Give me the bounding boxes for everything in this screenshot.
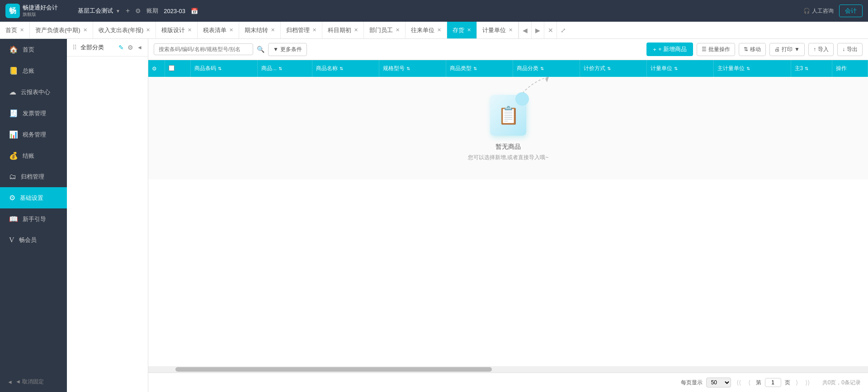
tab-home-close[interactable]: ✕ bbox=[20, 27, 24, 33]
tab-home-label: 首页 bbox=[5, 26, 17, 34]
settings-icon[interactable]: ⚙ bbox=[135, 7, 141, 14]
search-icon[interactable]: 🔍 bbox=[257, 46, 264, 53]
sort-category[interactable]: ⇅ bbox=[540, 66, 544, 71]
import-icon: ↑ bbox=[813, 46, 816, 52]
tab-tax[interactable]: 税表清单 ✕ bbox=[198, 22, 239, 39]
select-all-checkbox[interactable] bbox=[169, 65, 175, 71]
sidebar-item-settings[interactable]: ⚙ 基础设置 bbox=[0, 187, 67, 208]
add-product-button[interactable]: + + 新增商品 bbox=[646, 43, 693, 56]
project-selector[interactable]: 基层工会测试 ▼ bbox=[78, 7, 120, 15]
sidebar-item-reports[interactable]: ☁ 云报表中心 bbox=[0, 81, 67, 103]
search-input[interactable] bbox=[154, 43, 253, 55]
export-button[interactable]: ↓ 导出 bbox=[837, 43, 863, 56]
sort-price-mode[interactable]: ⇅ bbox=[607, 66, 611, 71]
tab-balance-sheet[interactable]: 资产负债表(中期) ✕ bbox=[30, 22, 93, 39]
table-container: ⚙ 商品条码⇅ 商品...⇅ 商品名称⇅ bbox=[148, 60, 868, 366]
sort-code[interactable]: ⇅ bbox=[278, 66, 282, 71]
move-button[interactable]: ⇅ 移动 bbox=[739, 43, 766, 56]
logo-area: 畅 畅捷通好会计 旗舰版 bbox=[5, 4, 72, 18]
sort-barcode[interactable]: ⇅ bbox=[218, 66, 222, 71]
tab-archive-close[interactable]: ✕ bbox=[312, 27, 316, 33]
tab-template[interactable]: 模版设计 ✕ bbox=[156, 22, 198, 39]
sidebar-label-home: 首页 bbox=[23, 46, 34, 54]
print-icon: 🖨 bbox=[774, 46, 780, 52]
left-panel-collapse-btn[interactable]: ◄ bbox=[137, 44, 142, 51]
horizontal-scrollbar[interactable] bbox=[148, 366, 868, 373]
add-label: + 新增商品 bbox=[658, 45, 687, 53]
tab-template-close[interactable]: ✕ bbox=[188, 27, 192, 33]
tab-inventory[interactable]: 存货 ✕ bbox=[447, 22, 477, 39]
tab-subject-init-close[interactable]: ✕ bbox=[354, 27, 358, 33]
sort-unit[interactable]: ⇅ bbox=[674, 66, 678, 71]
empty-title: 暂无商品 bbox=[495, 143, 521, 151]
next-page-btn[interactable]: ⟩ bbox=[794, 378, 800, 387]
tab-tax-label: 税表清单 bbox=[203, 26, 226, 34]
tab-unit-close[interactable]: ✕ bbox=[509, 27, 513, 33]
tab-expand[interactable]: ⤢ bbox=[557, 22, 569, 39]
tab-period-close-x[interactable]: ✕ bbox=[271, 27, 275, 33]
reports-icon: ☁ bbox=[9, 88, 16, 96]
total-label: 共0页，0条记录 bbox=[822, 379, 861, 387]
drag-icon: ⠿ bbox=[72, 44, 77, 51]
sidebar-item-guide[interactable]: 📖 新手引导 bbox=[0, 208, 67, 230]
calendar-icon[interactable]: 📅 bbox=[191, 8, 198, 14]
th-barcode: 商品条码⇅ bbox=[191, 60, 258, 77]
collapse-sidebar-label: ◄ 取消固定 bbox=[15, 378, 44, 386]
sidebar-item-close[interactable]: 💰 结账 bbox=[0, 145, 67, 166]
print-button[interactable]: 🖨 打印 ▼ bbox=[769, 43, 805, 56]
sort-main-unit[interactable]: ⇅ bbox=[746, 66, 750, 71]
tab-balance-sheet-close[interactable]: ✕ bbox=[83, 27, 87, 33]
tab-close-all[interactable]: ✕ bbox=[544, 22, 557, 39]
sidebar-item-invoice[interactable]: 🧾 发票管理 bbox=[0, 103, 67, 124]
sidebar-item-home[interactable]: 🏠 首页 bbox=[0, 39, 67, 60]
print-arrow-icon: ▼ bbox=[794, 46, 800, 52]
sidebar-item-vip[interactable]: V 畅会员 bbox=[0, 230, 67, 250]
scrollbar-thumb[interactable] bbox=[175, 367, 492, 372]
tab-balance-sheet-label: 资产负债表(中期) bbox=[35, 26, 80, 34]
move-icon: ⇅ bbox=[744, 46, 748, 52]
th-settings[interactable]: ⚙ bbox=[148, 60, 165, 77]
sidebar-item-archive[interactable]: 🗂 归档管理 bbox=[0, 166, 67, 187]
tab-nav-prev[interactable]: ◀ bbox=[519, 22, 531, 39]
tab-inventory-close[interactable]: ✕ bbox=[467, 27, 471, 33]
page-size-select[interactable]: 50 100 200 bbox=[706, 378, 731, 387]
sidebar-label-invoice: 发票管理 bbox=[23, 109, 46, 118]
tab-tax-close[interactable]: ✕ bbox=[229, 27, 233, 33]
help-button[interactable]: 🎧 人工咨询 bbox=[803, 7, 834, 15]
page-input[interactable] bbox=[765, 378, 781, 387]
tab-income-close[interactable]: ✕ bbox=[146, 27, 150, 33]
tab-subject-init[interactable]: 科目期初 ✕ bbox=[322, 22, 364, 39]
batch-operation-button[interactable]: ☰ 批量操作 bbox=[697, 43, 735, 56]
sidebar-item-ledger[interactable]: 📒 总账 bbox=[0, 60, 67, 81]
first-page-btn[interactable]: ⟨⟨ bbox=[735, 378, 743, 387]
prev-page-btn[interactable]: ⟨ bbox=[746, 378, 752, 387]
tab-contacts-close[interactable]: ✕ bbox=[437, 27, 441, 33]
last-page-btn[interactable]: ⟩⟩ bbox=[803, 378, 811, 387]
tab-archive[interactable]: 归档管理 ✕ bbox=[281, 22, 322, 39]
add-tab-icon[interactable]: + bbox=[126, 7, 130, 15]
sort-col3[interactable]: ⇅ bbox=[805, 66, 808, 71]
sort-type[interactable]: ⇅ bbox=[473, 66, 477, 71]
tab-contacts[interactable]: 往来单位 ✕ bbox=[406, 22, 447, 39]
tab-department-close[interactable]: ✕ bbox=[396, 27, 400, 33]
account-button[interactable]: 会计 bbox=[839, 5, 863, 17]
left-panel-header: ⠿ 全部分类 ✎ ⚙ ◄ bbox=[67, 39, 148, 57]
tab-period-close[interactable]: 期末结转 ✕ bbox=[239, 22, 281, 39]
sidebar-collapse-btn[interactable]: ◄ ◄ 取消固定 bbox=[0, 372, 67, 392]
category-settings-icon[interactable]: ⚙ bbox=[127, 44, 133, 51]
empty-doc: 📋 bbox=[490, 95, 526, 136]
tab-department[interactable]: 部门员工 ✕ bbox=[364, 22, 406, 39]
tab-income[interactable]: 收入支出表(年报) ✕ bbox=[93, 22, 156, 39]
more-filter-button[interactable]: ▼ 更多条件 bbox=[268, 43, 307, 56]
th-check[interactable] bbox=[165, 60, 191, 77]
import-button[interactable]: ↑ 导入 bbox=[808, 43, 834, 56]
sidebar-item-tax[interactable]: 📊 税务管理 bbox=[0, 124, 67, 145]
tab-home[interactable]: 首页 ✕ bbox=[0, 22, 30, 39]
tab-unit[interactable]: 计量单位 ✕ bbox=[477, 22, 519, 39]
category-edit-icon[interactable]: ✎ bbox=[118, 44, 124, 51]
sidebar-label-archive: 归档管理 bbox=[21, 173, 44, 181]
app-name: 畅捷通好会计 bbox=[23, 4, 58, 11]
sort-spec[interactable]: ⇅ bbox=[406, 66, 410, 71]
tab-nav-next[interactable]: ▶ bbox=[531, 22, 544, 39]
sort-name[interactable]: ⇅ bbox=[340, 66, 343, 71]
